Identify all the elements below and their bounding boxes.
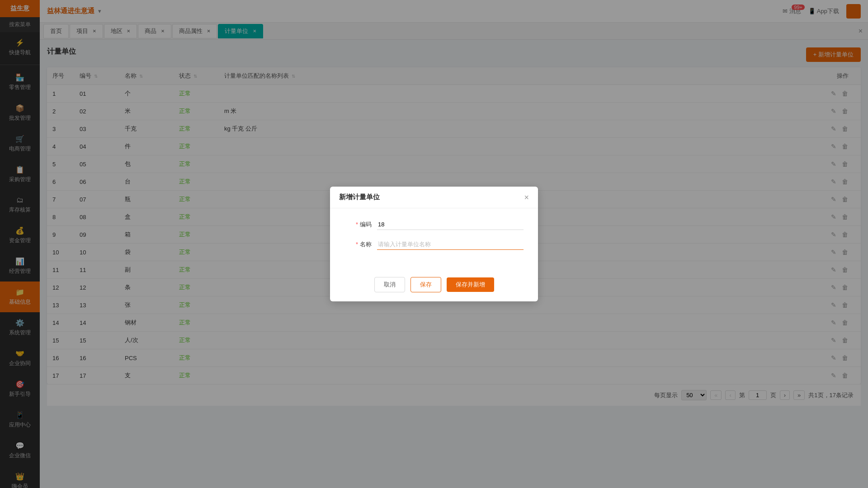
modal-footer: 取消 保存 保存并新增	[330, 270, 538, 301]
modal-header: 新增计量单位 ×	[330, 187, 538, 208]
form-row-name: 名称	[344, 239, 524, 250]
name-label: 名称	[344, 240, 372, 249]
form-row-code: 编码	[344, 219, 524, 230]
modal-close-button[interactable]: ×	[524, 193, 529, 202]
name-input[interactable]	[377, 239, 524, 250]
cancel-button[interactable]: 取消	[374, 277, 405, 292]
modal-overlay: 新增计量单位 × 编码 名称 取消 保存 保存并新增	[0, 0, 868, 488]
add-unit-modal: 新增计量单位 × 编码 名称 取消 保存 保存并新增	[330, 187, 538, 301]
save-button[interactable]: 保存	[410, 277, 441, 292]
code-label: 编码	[344, 221, 372, 229]
save-and-add-button[interactable]: 保存并新增	[447, 277, 494, 292]
code-input[interactable]	[377, 219, 524, 230]
modal-title: 新增计量单位	[339, 193, 380, 202]
modal-body: 编码 名称	[330, 208, 538, 270]
